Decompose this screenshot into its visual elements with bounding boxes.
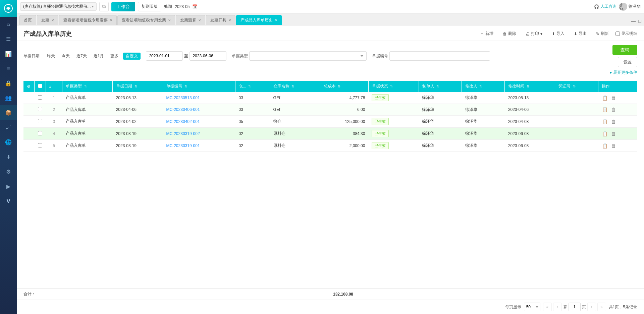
tab-purchase-vat[interactable]: 查看进项增值税专用发票 ✕ (117, 15, 175, 25)
row-number[interactable]: MC-20230319-001 (163, 140, 235, 152)
row-check[interactable] (34, 116, 46, 128)
new-button[interactable]: ＋ 新增 (477, 29, 496, 38)
th-type[interactable]: 单据类型 ⇅ (62, 81, 113, 92)
v-logo-icon[interactable]: V (0, 194, 17, 208)
play-icon[interactable]: ▶ (0, 179, 17, 194)
next-page-button[interactable]: › (587, 303, 596, 311)
inventory-icon[interactable]: 📦 (0, 105, 17, 120)
gear-icon[interactable]: ⚙ (0, 164, 17, 179)
today-btn[interactable]: 今天 (60, 53, 72, 60)
tab-sales-vat[interactable]: 查看销项增值税专用发票 ✕ (59, 15, 117, 25)
custom-btn[interactable]: 自定义 (123, 53, 141, 60)
per-page-select[interactable]: 50 10 20 100 (524, 303, 540, 311)
edit-row-button[interactable]: 📋 (601, 106, 608, 113)
user-name: 徐泽华 (629, 4, 641, 9)
tab-invoice-calc[interactable]: 发票测算 ✕ (176, 15, 205, 25)
edit-row-button[interactable]: 📋 (601, 118, 608, 125)
show-details-toggle[interactable]: 显示明细 (615, 31, 637, 37)
switch-old-version-button[interactable]: 切到旧版 (138, 2, 161, 11)
last-page-button[interactable]: » (597, 303, 606, 311)
last7days-btn[interactable]: 近7天 (74, 53, 89, 60)
th-settings[interactable]: ⚙ (23, 81, 34, 92)
close-icon[interactable]: ✕ (110, 18, 112, 22)
expand-filter-button[interactable]: ▾ 展开更多条件 (610, 70, 637, 75)
th-wh-code[interactable]: 仓... ⇅ (235, 81, 270, 92)
row-number[interactable]: MC-20230319-002 (163, 128, 235, 140)
copy-button[interactable]: ⧉ (99, 2, 109, 11)
th-wh-name[interactable]: 仓库名称 ⇅ (270, 81, 320, 92)
user-menu[interactable]: @ Ea 徐泽华 (619, 3, 641, 11)
lock-icon[interactable]: 🔒 (0, 76, 17, 90)
yesterday-btn[interactable]: 昨天 (45, 53, 57, 60)
tab-product-in[interactable]: 产成品入库单历史 ✕ (236, 15, 282, 25)
date-end-input[interactable] (190, 51, 226, 61)
row-check[interactable] (34, 92, 46, 104)
number-input[interactable] (389, 51, 490, 61)
help-button[interactable]: 🎧 人工咨询 (594, 4, 616, 9)
row-check[interactable] (34, 104, 46, 116)
last1month-btn[interactable]: 近1月 (92, 53, 106, 60)
th-modifier[interactable]: 修改人 ⇅ (462, 81, 505, 92)
download-icon[interactable]: ⬇ (0, 149, 17, 164)
refresh-button[interactable]: ↻ 刷新 (593, 29, 611, 38)
first-page-button[interactable]: « (543, 303, 552, 311)
company-selector[interactable]: (库存核算) 直播轻胜通信息技术股份... ▾ (20, 2, 97, 11)
type-select[interactable] (249, 51, 367, 61)
date-start-input[interactable] (146, 51, 183, 61)
print-button[interactable]: 🖨 打印 ▾ (523, 29, 545, 38)
calendar-icon[interactable]: 📅 (192, 4, 197, 9)
th-status[interactable]: 单据状态 ⇅ (368, 81, 419, 92)
document-icon[interactable]: ☰ (0, 32, 17, 46)
delete-row-button[interactable]: 🗑 (610, 118, 616, 125)
delete-row-button[interactable]: 🗑 (610, 142, 616, 149)
th-number[interactable]: 单据编号 ⇅ (163, 81, 235, 92)
tab-invoice-open[interactable]: 发票开具 ✕ (206, 15, 235, 25)
edit-row-button[interactable]: 📋 (601, 95, 608, 101)
export-button[interactable]: ⬇ 导出 (571, 29, 589, 38)
close-icon[interactable]: ✕ (198, 18, 201, 22)
list-icon[interactable]: ≡ (0, 61, 17, 76)
th-checkbox[interactable] (34, 81, 46, 92)
row-number[interactable]: MC-20230406-001 (163, 104, 235, 116)
globe-icon[interactable]: 🌐 (0, 135, 17, 149)
more-btn[interactable]: 更多 (108, 53, 120, 60)
th-modify-time[interactable]: 修改时间 ⇅ (505, 81, 555, 92)
select-all-checkbox[interactable] (38, 84, 42, 88)
tabbar: 首页 发票 ✕ 查看销项增值税专用发票 ✕ 查看进项增值税专用发票 ✕ 发票测算… (17, 13, 644, 25)
home-icon[interactable]: ⌂ (0, 17, 17, 32)
close-icon[interactable]: ✕ (51, 18, 54, 22)
th-creator[interactable]: 制单人 ⇅ (419, 81, 462, 92)
edit-row-button[interactable]: 📋 (601, 130, 608, 137)
th-total[interactable]: 总成本 ⇅ (320, 81, 368, 92)
maximize-button[interactable]: □ (639, 18, 641, 24)
th-voucher[interactable]: 凭证号 ⇅ (555, 81, 598, 92)
close-icon[interactable]: ✕ (275, 18, 277, 22)
row-check[interactable] (34, 128, 46, 140)
chart-bar-icon[interactable]: 📊 (0, 46, 17, 61)
tab-home[interactable]: 首页 (19, 15, 36, 25)
row-check[interactable] (34, 140, 46, 152)
delete-row-button[interactable]: 🗑 (610, 106, 616, 113)
row-number[interactable]: MC-20230513-001 (163, 92, 235, 104)
minimize-button[interactable]: — (631, 18, 636, 24)
people-icon[interactable]: 👥 (0, 90, 17, 105)
import-button[interactable]: ⬆ 导入 (549, 29, 567, 38)
delete-row-button[interactable]: 🗑 (610, 130, 616, 137)
row-number[interactable]: MC-20230402-001 (163, 116, 235, 128)
page-number-input[interactable] (569, 303, 581, 311)
workbench-button[interactable]: 工作台 (111, 2, 135, 11)
prev-page-button[interactable]: ‹ (553, 303, 562, 311)
stamp-icon[interactable]: 🖊 (0, 120, 17, 135)
query-button[interactable]: 查询 (612, 45, 637, 55)
show-details-label: 显示明细 (621, 31, 637, 37)
close-icon[interactable]: ✕ (228, 18, 231, 22)
tab-invoice[interactable]: 发票 ✕ (37, 15, 58, 25)
delete-row-button[interactable]: 🗑 (610, 95, 616, 101)
close-icon[interactable]: ✕ (168, 18, 171, 22)
delete-button[interactable]: 🗑 删除 (500, 29, 519, 38)
show-details-checkbox[interactable] (615, 32, 620, 36)
th-date[interactable]: 单据日期 ⇅ (113, 81, 163, 92)
edit-row-button[interactable]: 📋 (601, 142, 608, 149)
row-wh-code: 05 (235, 116, 270, 128)
reset-button[interactable]: 设置 (618, 57, 637, 67)
